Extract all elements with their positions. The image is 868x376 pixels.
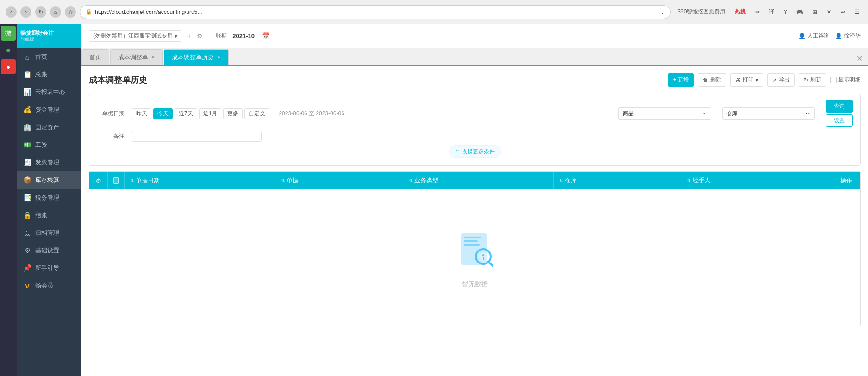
last1month-btn[interactable]: 近1月 — [199, 108, 222, 119]
show-bright-toggle[interactable]: 显示明细 — [830, 76, 861, 84]
game-tool[interactable]: 🎮 — [793, 8, 806, 16]
invoice-icon: 🧾 — [23, 158, 31, 167]
gear-icon: ⚙ — [96, 177, 101, 184]
th-no[interactable]: ⇅ 单据... — [275, 172, 403, 189]
forward-button[interactable]: › — [20, 6, 31, 18]
sidebar-item-inventory[interactable]: 📦 库存核算 — [17, 171, 81, 189]
sidebar: 畅捷通好会计 旗舰版 ⌂ 首页 📋 总账 📊 云报表中心 💰 资金管理 � — [17, 24, 81, 376]
th-date[interactable]: ⇅ 单据日期 — [125, 172, 275, 189]
inventory-icon: 📦 — [23, 176, 31, 184]
date-quick-btns: 昨天 今天 近7天 近1月 更多 自定义 — [132, 108, 269, 119]
translate-tool[interactable]: 译 — [766, 7, 777, 17]
goods-filter-label: 商品 — [623, 110, 634, 118]
settings-dot-icon[interactable]: ⚙ — [197, 32, 203, 40]
new-button[interactable]: + 新增 — [668, 73, 694, 87]
today-btn[interactable]: 今天 — [153, 108, 173, 119]
sidebar-item-settings[interactable]: ⚙ 基础设置 — [17, 242, 81, 259]
refresh-button[interactable]: ↻ — [35, 6, 46, 18]
menu-tool[interactable]: ☰ — [852, 8, 862, 16]
sidebar-item-funds[interactable]: 💰 资金管理 — [17, 101, 81, 119]
checkbox-all-icon — [113, 177, 119, 184]
sidebar-item-assets[interactable]: 🏢 固定资产 — [17, 119, 81, 136]
th-ops: 操作 — [832, 172, 860, 189]
sidebar-item-reports-label: 云报表中心 — [35, 88, 65, 96]
hot-label: 热搜 — [732, 7, 749, 17]
empty-text: 暂无数据 — [462, 280, 488, 288]
tab-cost-adjust-label: 成本调整单 — [118, 53, 148, 62]
sidebar-item-assets-label: 固定资产 — [35, 123, 59, 132]
th-check[interactable] — [108, 172, 125, 189]
sidebar-item-tax[interactable]: 📑 税务管理 — [17, 189, 81, 207]
sidebar-item-ledger[interactable]: 📋 总账 — [17, 66, 81, 83]
add-tab-btn[interactable]: + — [187, 32, 191, 40]
collapse-bar: ⌃ 收起更多条件 — [97, 145, 853, 158]
tab-home[interactable]: 首页 — [81, 49, 109, 65]
user-service-btn[interactable]: 👤 人工咨询 — [799, 32, 830, 40]
sidebar-item-invoice[interactable]: 🧾 发票管理 — [17, 154, 81, 171]
wallet-tool[interactable]: ¥ — [781, 8, 790, 16]
undo-tool[interactable]: ↩ — [838, 8, 848, 16]
th-warehouse[interactable]: ⇅ 仓库 — [554, 172, 681, 189]
org-selector[interactable]: (勿删勿禁用）江西服宝测试专用 ▾ — [89, 30, 181, 42]
sidebar-item-archive[interactable]: 🗂 归档管理 — [17, 224, 81, 242]
tab-close-all[interactable]: ✕ — [855, 52, 864, 65]
sidebar-item-home[interactable]: ⌂ 首页 — [17, 48, 81, 66]
th-gear[interactable]: ⚙ — [89, 172, 108, 189]
print-button[interactable]: 🖨 打印 ▾ — [730, 73, 763, 87]
more-btn[interactable]: 更多 — [223, 108, 243, 119]
star-button[interactable]: ☆ — [65, 6, 76, 18]
export-button[interactable]: ↗ 导出 — [767, 73, 795, 87]
tab-cost-adjust[interactable]: 成本调整单 ✕ — [110, 49, 163, 65]
period-label: 账期 — [216, 32, 227, 40]
user-profile-btn[interactable]: 👤 徐泽华 — [835, 32, 861, 40]
calendar-icon[interactable]: 📅 — [262, 32, 269, 39]
settings-tool[interactable]: ☀ — [824, 8, 834, 16]
sidebar-item-salary[interactable]: 💵 工资 — [17, 136, 81, 154]
goods-filter[interactable]: 商品 ··· — [618, 107, 711, 120]
warehouse-filter[interactable]: 仓库 ··· — [722, 107, 815, 120]
rail-item-weibo[interactable]: 微 — [1, 26, 16, 41]
filter-area: 单据日期 昨天 今天 近7天 近1月 更多 自定义 2023-06-06 至 2… — [89, 94, 861, 166]
tab-cost-adjust-close[interactable]: ✕ — [151, 54, 155, 60]
yesterday-btn[interactable]: 昨天 — [132, 108, 151, 119]
collapse-button[interactable]: ⌃ 收起更多条件 — [449, 145, 501, 158]
sidebar-item-ledger-label: 总账 — [35, 70, 47, 79]
apps-tool[interactable]: ⊞ — [810, 8, 820, 16]
sort-person-icon: ⇅ — [687, 178, 691, 183]
refresh-icon: ↻ — [804, 77, 808, 83]
note-filter-input[interactable] — [132, 131, 262, 142]
date-range-display: 2023-06-06 至 2023-06-06 — [279, 110, 344, 118]
date-filter-label: 单据日期 — [97, 110, 125, 118]
page-actions: + 新增 🗑 删除 🖨 打印 ▾ ↗ 导出 ↻ — [668, 73, 861, 87]
dropdown-icon: ⌄ — [660, 9, 665, 15]
svg-line-6 — [488, 262, 493, 266]
sidebar-item-guide[interactable]: 📌 新手引导 — [17, 259, 81, 277]
th-biz-type[interactable]: ⇅ 业务类型 — [403, 172, 554, 189]
rail-item-green[interactable]: ● — [1, 43, 16, 57]
page-header: 成本调整单历史 + 新增 🗑 删除 🖨 打印 ▾ ↗ 导出 — [89, 73, 861, 87]
filter-setting-button[interactable]: 设置 — [826, 114, 853, 127]
refresh-button[interactable]: ↻ 刷新 — [799, 73, 826, 87]
scissors-tool[interactable]: ✂ — [752, 8, 762, 16]
search-tool[interactable]: 360智能抠图免费用 — [674, 7, 728, 17]
delete-button[interactable]: 🗑 删除 — [698, 73, 726, 87]
sidebar-item-vip[interactable]: V 畅会员 — [17, 277, 81, 295]
th-person[interactable]: ⇅ 经手人 — [681, 172, 832, 189]
query-button[interactable]: 查询 — [826, 100, 853, 113]
org-dropdown-icon: ▾ — [175, 33, 177, 39]
sidebar-item-close[interactable]: 🔒 结账 — [17, 207, 81, 224]
home-button[interactable]: ⌂ — [50, 6, 61, 18]
address-bar[interactable]: 🔒 https://cloud.chanjet.com/accounting/u… — [80, 5, 671, 19]
sort-warehouse-icon: ⇅ — [559, 178, 563, 183]
rail-item-red[interactable]: ● — [1, 59, 16, 74]
tab-cost-adjust-history[interactable]: 成本调整单历史 ✕ — [164, 49, 229, 65]
top-bar-right: 👤 人工咨询 👤 徐泽华 — [799, 32, 861, 40]
back-button[interactable]: ‹ — [6, 6, 17, 18]
sidebar-item-inventory-label: 库存核算 — [35, 176, 59, 184]
sidebar-item-reports[interactable]: 📊 云报表中心 — [17, 83, 81, 101]
last7days-btn[interactable]: 近7天 — [175, 108, 197, 119]
tab-cost-adjust-history-close[interactable]: ✕ — [217, 54, 221, 60]
custom-btn[interactable]: 自定义 — [244, 108, 269, 119]
sort-asc-icon: ⇅ — [130, 178, 134, 183]
funds-icon: 💰 — [23, 106, 31, 114]
